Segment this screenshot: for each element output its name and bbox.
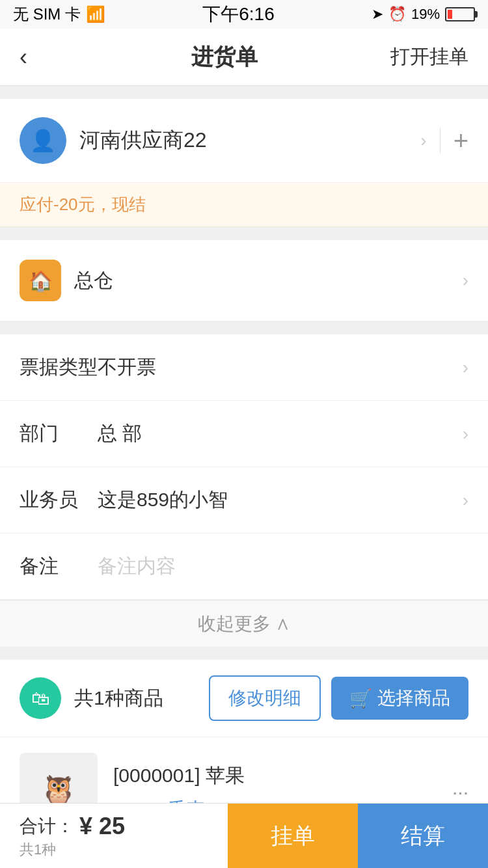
footer-total: 合计： ¥ 25 共1种 [0, 804, 228, 868]
status-right: ➤ ⏰ 19% [372, 6, 475, 23]
product-header: 🛍 共1种商品 修改明细 🛒 选择商品 [0, 660, 488, 737]
settle-button[interactable]: 结算 [358, 804, 488, 868]
page-title: 进货单 [191, 42, 258, 72]
invoice-type-label: 票据类型 [20, 354, 98, 381]
carrier-label: 无 SIM 卡 [13, 4, 81, 25]
cart-icon: 🛒 [349, 688, 372, 709]
salesperson-label: 业务员 [20, 487, 98, 513]
department-chevron: › [463, 424, 468, 444]
bottom-footer: 合计： ¥ 25 共1种 挂单 结算 [0, 803, 488, 868]
warehouse-chevron-icon: › [463, 270, 468, 291]
avatar-icon: 👤 [30, 128, 56, 153]
product-name: [0000001] 苹果 [113, 763, 452, 789]
collapse-label: 收起更多 ∧ [198, 612, 291, 636]
warehouse-row[interactable]: 🏠 总仓 › [0, 240, 488, 321]
section-gap-2 [0, 227, 488, 240]
hang-order-button[interactable]: 挂单 [228, 804, 358, 868]
product-count-label: 共1种商品 [74, 685, 209, 712]
remark-label: 备注 [20, 553, 98, 580]
product-more-button[interactable]: ··· [452, 781, 468, 803]
salesperson-value: 这是859的小智 [98, 487, 463, 513]
battery-icon [445, 7, 475, 21]
divider [440, 128, 441, 154]
status-time: 下午6:16 [202, 2, 275, 27]
remark-row[interactable]: 备注 备注内容 [0, 534, 488, 600]
back-button[interactable]: ‹ [20, 44, 59, 71]
invoice-type-row[interactable]: 票据类型 不开票 › [0, 334, 488, 401]
department-row[interactable]: 部门 总 部 › [0, 401, 488, 467]
section-gap-4 [0, 647, 488, 660]
warehouse-section: 🏠 总仓 › [0, 240, 488, 321]
section-gap-1 [0, 86, 488, 99]
salesperson-chevron: › [463, 490, 468, 511]
warehouse-name: 总仓 [74, 267, 463, 294]
open-hang-button[interactable]: 打开挂单 [390, 44, 468, 70]
salesperson-row[interactable]: 业务员 这是859的小智 › [0, 467, 488, 534]
invoice-type-value: 不开票 [98, 354, 463, 381]
select-product-label: 选择商品 [377, 686, 450, 711]
alert-text: 应付-20元，现结 [20, 195, 146, 214]
supplier-name: 河南供应商22 [79, 126, 420, 155]
battery-percent: 19% [411, 6, 440, 23]
product-code: [0000001] [113, 765, 200, 786]
nav-bar: ‹ 进货单 打开挂单 [0, 29, 488, 86]
collapse-bar[interactable]: 收起更多 ∧ [0, 600, 488, 647]
supplier-section: 👤 河南供应商22 › + 应付-20元，现结 [0, 99, 488, 227]
product-section-icon: 🛍 [20, 677, 61, 719]
product-title: 苹果 [206, 765, 245, 786]
form-section: 票据类型 不开票 › 部门 总 部 › 业务员 这是859的小智 › 备注 备注… [0, 334, 488, 600]
invoice-type-chevron: › [463, 357, 468, 378]
alert-bar: 应付-20元，现结 [0, 183, 488, 227]
alarm-icon: ⏰ [388, 6, 406, 23]
footer-sub-label: 共1种 [20, 840, 208, 860]
warehouse-icon: 🏠 [20, 260, 61, 301]
edit-detail-button[interactable]: 修改明细 [209, 675, 321, 721]
total-amount: ¥ 25 [79, 813, 125, 840]
supplier-avatar: 👤 [20, 117, 66, 164]
supplier-row[interactable]: 👤 河南供应商22 › + [0, 99, 488, 183]
section-gap-3 [0, 321, 488, 334]
supplier-chevron-icon: › [420, 130, 426, 151]
location-icon: ➤ [372, 6, 383, 23]
add-supplier-button[interactable]: + [454, 126, 468, 156]
wifi-icon: 📶 [86, 5, 105, 23]
total-label-text: 合计： [20, 814, 74, 839]
status-bar: 无 SIM 卡 📶 下午6:16 ➤ ⏰ 19% [0, 0, 488, 29]
status-left: 无 SIM 卡 📶 [13, 4, 105, 25]
footer-total-label: 合计： ¥ 25 [20, 813, 208, 840]
remark-input[interactable]: 备注内容 [98, 553, 468, 580]
select-product-button[interactable]: 🛒 选择商品 [331, 677, 468, 720]
department-value: 总 部 [98, 420, 463, 447]
department-label: 部门 [20, 420, 98, 447]
bag-icon: 🛍 [31, 688, 49, 709]
